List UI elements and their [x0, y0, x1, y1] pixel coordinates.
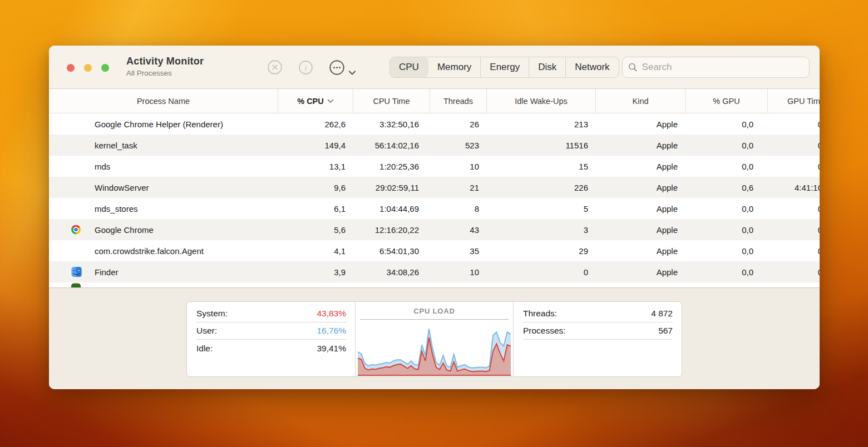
chevron-down-icon: [348, 70, 356, 76]
traffic-lights: [67, 64, 109, 72]
cell-kind: Apple: [596, 240, 685, 261]
cpu-load-title: CPU LOAD: [356, 302, 513, 315]
cell-kind: Apple: [596, 261, 685, 282]
stat-label: Idle:: [196, 344, 213, 354]
cell-gpu_time: 0: [768, 261, 820, 282]
column-header-kind[interactable]: Kind: [596, 89, 685, 113]
process-name-cell: WindowServer: [49, 177, 278, 198]
title-block: Activity Monitor All Processes: [126, 56, 204, 77]
process-row[interactable]: WindowServer9,629:02:59,1121226Apple0,64…: [49, 177, 820, 198]
cell-threads: 26: [430, 113, 487, 135]
cell-gpu_time: 0: [768, 135, 820, 156]
cpu-summary-card: System:43,83%User:16,76%Idle:39,41% CPU …: [186, 301, 682, 377]
window-subtitle: All Processes: [126, 69, 204, 77]
cell-threads: 21: [430, 177, 487, 198]
cell-idle_wakeups: 226: [487, 177, 596, 198]
inspect-process-button[interactable]: i: [298, 60, 313, 75]
process-row[interactable]: Google Chrome5,612:16:20,22433Apple0,00: [49, 219, 820, 240]
cell-idle_wakeups: 5: [487, 198, 596, 219]
column-header-idle_wakeups[interactable]: Idle Wake-Ups: [487, 89, 596, 113]
cell-idle_wakeups: 11516: [487, 135, 596, 156]
column-header-name[interactable]: Process Name: [49, 89, 278, 113]
stat-row: User:16,76%: [196, 322, 346, 340]
column-header-gpu[interactable]: % GPU: [685, 89, 768, 113]
process-name: Google Chrome Helper (Renderer): [95, 120, 223, 129]
process-row[interactable]: [49, 282, 820, 287]
process-row[interactable]: Finder3,934:08,26100Apple0,00: [49, 261, 820, 282]
cell-idle_wakeups: 213: [487, 113, 596, 135]
toolbar-buttons: i: [267, 46, 356, 89]
cell-kind: Apple: [596, 198, 685, 219]
cell-threads: [430, 282, 487, 287]
cell-threads: 35: [430, 240, 487, 261]
search-field[interactable]: [622, 57, 810, 78]
finder-icon: [71, 267, 82, 277]
cell-idle_wakeups: 15: [487, 156, 596, 177]
cell-cpu_time: 1:20:25,36: [353, 156, 430, 177]
column-label: Idle Wake-Ups: [515, 97, 568, 106]
cpu-usage-stats: System:43,83%User:16,76%Idle:39,41%: [187, 302, 355, 357]
process-row[interactable]: kernel_task149,456:14:02,1652311516Apple…: [49, 135, 820, 156]
table-body: Google Chrome Helper (Renderer)262,63:32…: [49, 113, 820, 287]
column-header-cpu[interactable]: % CPU: [278, 89, 353, 113]
zoom-window-button[interactable]: [101, 64, 109, 72]
stat-row: Threads:4 872: [523, 305, 673, 322]
green-app-icon: [71, 284, 81, 288]
column-label: GPU Time: [787, 97, 820, 106]
search-input[interactable]: [642, 62, 803, 73]
tab-disk[interactable]: Disk: [529, 57, 566, 77]
tab-memory[interactable]: Memory: [428, 57, 481, 77]
cell-threads: 10: [430, 156, 487, 177]
cpu-load-chart: [358, 322, 511, 376]
process-name-cell: kernel_task: [49, 135, 278, 156]
column-header-gpu_time[interactable]: GPU Time: [768, 89, 820, 113]
svg-text:i: i: [305, 64, 307, 72]
process-name-cell: [49, 282, 278, 287]
activity-monitor-window: Activity Monitor All Processes i: [49, 46, 820, 389]
process-name: Finder: [95, 267, 119, 277]
column-header-cpu_time[interactable]: CPU Time: [353, 89, 430, 113]
stat-row: System:43,83%: [196, 305, 346, 322]
process-name: Google Chrome: [95, 225, 154, 235]
process-row[interactable]: mds13,11:20:25,361015Apple0,00: [49, 156, 820, 177]
cell-idle_wakeups: 0: [487, 261, 596, 282]
cell-gpu_time: 0: [768, 198, 820, 219]
process-row[interactable]: com.crowdstrike.falcon.Agent4,16:54:01,3…: [49, 240, 820, 261]
process-row[interactable]: Google Chrome Helper (Renderer)262,63:32…: [49, 113, 820, 135]
x-octagon-icon: [267, 59, 283, 75]
info-circle-icon: i: [298, 60, 313, 75]
process-name: kernel_task: [95, 141, 137, 150]
cell-cpu: 5,6: [278, 219, 353, 240]
desktop-wallpaper: Activity Monitor All Processes i: [0, 0, 868, 447]
cell-cpu_time: 6:54:01,30: [353, 240, 430, 261]
tab-network[interactable]: Network: [566, 57, 618, 77]
close-window-button[interactable]: [67, 64, 75, 72]
cell-cpu_time: 34:08,26: [353, 261, 430, 282]
column-header-threads[interactable]: Threads: [430, 89, 487, 113]
cell-gpu: 0,0: [685, 261, 768, 282]
process-counts-section: Threads:4 872Processes:567: [513, 302, 682, 376]
stat-label: Processes:: [523, 326, 566, 336]
process-name-cell: Google Chrome Helper (Renderer): [49, 113, 278, 135]
cell-cpu_time: 1:04:44,69: [353, 198, 430, 219]
stat-label: Threads:: [523, 309, 557, 319]
cell-cpu_time: [353, 282, 430, 287]
minimize-window-button[interactable]: [84, 64, 92, 72]
tab-cpu[interactable]: CPU: [390, 57, 428, 77]
process-row[interactable]: mds_stores6,11:04:44,6985Apple0,00: [49, 198, 820, 219]
tab-energy[interactable]: Energy: [481, 57, 529, 77]
cell-gpu_time: 0: [768, 219, 820, 240]
column-label: % CPU: [297, 97, 324, 106]
ellipsis-circle-icon: [329, 59, 345, 76]
cell-gpu: [685, 282, 768, 287]
footer-panel: System:43,83%User:16,76%Idle:39,41% CPU …: [49, 287, 820, 389]
cell-gpu: 0,0: [685, 156, 768, 177]
stat-row: Processes:567: [523, 322, 673, 340]
stat-value: 567: [658, 326, 673, 336]
cell-kind: Apple: [596, 219, 685, 240]
cell-idle_wakeups: [487, 282, 596, 287]
stop-process-button[interactable]: [267, 59, 283, 75]
chart-divider: [360, 319, 509, 320]
actions-menu-button[interactable]: [329, 59, 356, 76]
cell-gpu: 0,0: [685, 219, 768, 240]
